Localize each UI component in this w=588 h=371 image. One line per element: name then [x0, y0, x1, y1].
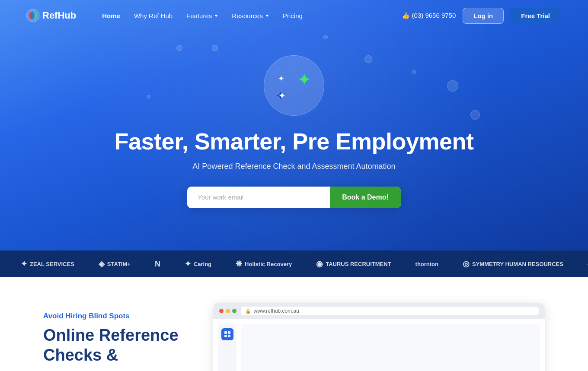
logo-statim: ◈ STATIM+	[99, 259, 131, 269]
logo-taurus: ◉ TAURUS RECRUITMENT	[316, 259, 391, 269]
browser-main-content	[241, 324, 540, 371]
bubble-5	[447, 80, 458, 92]
bubble-6	[176, 45, 182, 51]
symmetry-name: SYMMETRY HUMAN RESOURCES	[472, 261, 563, 267]
work-email-input[interactable]	[187, 187, 330, 208]
hero-subtitle: AI Powered Reference Check and Assessmen…	[192, 162, 395, 171]
lower-left: Avoid Hiring Blind Spots Online Referenc…	[43, 303, 179, 365]
sparkle-white-icon: ✦	[278, 90, 286, 101]
browser-url-text: www.refhub.com.au	[254, 308, 299, 314]
resources-chevron-icon	[265, 15, 269, 17]
holistic-name: Holistic Recovery	[245, 261, 292, 267]
hero-cta-form: Book a Demo!	[187, 187, 401, 208]
caring-symbol: ✦	[185, 259, 191, 269]
book-demo-button[interactable]: Book a Demo!	[330, 187, 401, 208]
browser-content	[213, 319, 545, 371]
zeal-symbol: ✦	[21, 259, 27, 269]
caring-name: Caring	[194, 261, 211, 267]
nav-pricing[interactable]: Pricing	[283, 12, 303, 19]
logo-n: N	[155, 260, 160, 269]
browser-url-bar[interactable]: 🔒 www.refhub.com.au	[241, 307, 539, 315]
lock-icon: 🔒	[245, 308, 251, 314]
bubble-8	[470, 110, 480, 120]
logo-thornton: thornton	[415, 261, 438, 267]
sidebar-app-icon	[221, 328, 233, 340]
grid-icon	[224, 331, 230, 337]
bubble-1	[212, 45, 218, 51]
bubble-7	[147, 95, 150, 98]
symmetry-symbol: ◎	[463, 259, 470, 269]
logo-icon	[26, 9, 40, 22]
browser-mockup: 🔒 www.refhub.com.au	[213, 303, 545, 371]
lower-tag: Avoid Hiring Blind Spots	[43, 312, 179, 320]
logo-zeal-services: ✦ ZEAL SERVICES	[21, 259, 74, 269]
nav-phone: 👍 (03) 9656 9750	[402, 12, 456, 19]
sparkle-tiny-icon: ✦	[278, 74, 284, 83]
sparkle-large-icon: ✦	[297, 70, 312, 89]
logos-inner: ✦ ZEAL SERVICES ◈ STATIM+ N ✦ Caring ❋ H…	[0, 258, 588, 270]
lower-section: Avoid Hiring Blind Spots Online Referenc…	[0, 277, 588, 371]
dot-red	[219, 309, 224, 313]
statim-symbol: ◈	[99, 259, 105, 269]
logos-strip: ✦ ZEAL SERVICES ◈ STATIM+ N ✦ Caring ❋ H…	[0, 251, 588, 277]
nav-resources[interactable]: Resources	[232, 12, 269, 19]
nav-home[interactable]: Home	[102, 12, 120, 19]
logo-holistic: ❋ Holistic Recovery	[236, 259, 292, 269]
n-symbol: N	[155, 260, 160, 269]
holistic-symbol: ❋	[236, 259, 242, 269]
logo-caring: ✦ Caring	[185, 259, 211, 269]
svg-rect-6	[224, 335, 227, 337]
logo-link[interactable]: RefHub	[26, 9, 76, 22]
hero-section: ✦ ✦ ✦ ✦ Faster, Smarter, Pre Employment …	[0, 0, 588, 251]
svg-point-3	[31, 12, 35, 19]
lower-title: Online Reference Checks &	[43, 326, 179, 365]
browser-dots	[219, 309, 236, 313]
browser-bar: 🔒 www.refhub.com.au	[213, 303, 545, 319]
bubble-3	[364, 55, 372, 63]
zeal-name: ZEAL SERVICES	[30, 261, 74, 267]
hero-icon-circle: ✦ ✦ ✦ ✦	[264, 55, 324, 116]
bubble-2	[323, 35, 328, 39]
dot-green	[232, 309, 236, 313]
svg-rect-5	[228, 331, 230, 334]
hero-title: Faster, Smarter, Pre Employment	[115, 128, 474, 155]
browser-sidebar	[218, 324, 236, 371]
login-button[interactable]: Log in	[463, 8, 504, 24]
dot-yellow	[226, 309, 230, 313]
bubble-4	[412, 70, 416, 74]
nav-links: Home Why Ref Hub Features Resources Pric…	[102, 12, 402, 19]
svg-rect-7	[228, 335, 230, 337]
free-trial-button[interactable]: Free Trial	[509, 8, 562, 24]
statim-name: STATIM+	[107, 261, 131, 267]
navigation: RefHub Home Why Ref Hub Features Resourc…	[0, 0, 588, 31]
features-chevron-icon	[214, 15, 218, 17]
logo-symmetry: ◎ SYMMETRY HUMAN RESOURCES	[463, 259, 563, 269]
logo-text: RefHub	[42, 10, 76, 21]
taurus-name: TAURUS RECRUITMENT	[326, 261, 391, 267]
nav-why-refhub[interactable]: Why Ref Hub	[134, 12, 173, 19]
taurus-symbol: ◉	[316, 259, 323, 269]
thornton-name: thornton	[415, 261, 438, 267]
nav-features[interactable]: Features	[186, 12, 218, 19]
svg-rect-4	[224, 331, 227, 334]
